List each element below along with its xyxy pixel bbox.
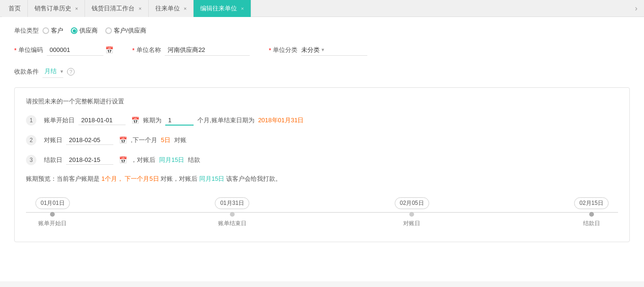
payment-value: 月结: [42, 66, 59, 76]
step-3-cal-icon[interactable]: 📅: [119, 156, 127, 164]
preview-payment: 同月15日: [199, 175, 224, 182]
timeline-nodes: 01月01日 账单开始日 01月31日 账单结束日 02月05日 对账日 02月…: [35, 197, 609, 228]
unit-classify-arrow: ▾: [322, 47, 324, 53]
timeline-node-start: 01月01日 账单开始日: [35, 197, 70, 228]
radio-customer-circle: [42, 27, 49, 34]
unit-code-label: 单位编码: [18, 46, 43, 54]
step-1-label: 账单开始日: [44, 116, 75, 125]
step-3-pre-text: ，对账后: [131, 156, 155, 164]
step-3-num: 3: [26, 155, 36, 165]
main-content: 单位类型 客户 供应商 客户/供应商 * 单位编码 📅 * 单位名称: [0, 17, 644, 281]
unit-type-radio-group: 客户 供应商 客户/供应商: [42, 26, 146, 35]
radio-supplier-circle: [71, 27, 77, 34]
unit-info-row: * 单位编码 📅 * 单位名称 * 单位分类 未分类 ▾: [14, 44, 630, 56]
step-2-content: 对账日 📅 ,下一个月 5日 对账: [44, 135, 186, 145]
tab-home[interactable]: 首页: [2, 0, 28, 17]
step-2-highlight: 5日: [161, 136, 170, 144]
tab-partners[interactable]: 往来单位 ×: [149, 0, 194, 17]
step-3-label: 结款日: [44, 156, 62, 164]
payment-row: 收款条件 月结 ▾ ?: [14, 65, 630, 78]
close-tab-partners[interactable]: ×: [184, 6, 186, 11]
preview-suffix: 该客户会给我打款。: [226, 175, 281, 182]
payment-label: 收款条件: [14, 68, 39, 76]
preview-label: 账期预览：当前客户账期是: [26, 175, 100, 182]
step-2-date-input[interactable]: [66, 135, 113, 145]
unit-name-label: 单位名称: [136, 46, 161, 54]
unit-code-icon[interactable]: 📅: [105, 46, 113, 54]
tab-sales-history[interactable]: 销售订单历史 ×: [28, 0, 85, 17]
step-2-row: 2 对账日 📅 ,下一个月 5日 对账: [26, 135, 618, 145]
preview-reconcile: 下一个月5日: [125, 175, 159, 182]
step-2-label: 对账日: [44, 136, 62, 144]
step-1-period-input[interactable]: [165, 116, 194, 126]
tab-bar: 首页 销售订单历史 × 钱货日清工作台 × 往来单位 × 编辑往来单位 × ›: [0, 0, 644, 17]
unit-type-label: 单位类型: [14, 26, 39, 35]
close-tab-sales[interactable]: ×: [75, 6, 78, 11]
step-1-suffix: 个月,账单结束日期为: [197, 116, 254, 125]
step-1-num: 1: [26, 115, 36, 126]
unit-name-group: * 单位名称: [132, 44, 250, 56]
step-1-mid-text: 账期为: [143, 116, 161, 125]
step-3-highlight: 同月15日: [159, 156, 184, 164]
unit-name-input[interactable]: [165, 44, 250, 56]
panel-title: 请按照未来的一个完整帐期进行设置: [26, 97, 618, 106]
step-2-cal-icon[interactable]: 📅: [119, 136, 127, 144]
unit-classify-label: 单位分类: [273, 46, 297, 54]
step-3-row: 3 结款日 📅 ，对账后 同月15日 结款: [26, 155, 618, 165]
timeline-dot-4: [589, 212, 594, 217]
payment-help-icon[interactable]: ?: [67, 68, 75, 76]
step-1-row: 1 账单开始日 📅 账期为 个月,账单结束日期为 2018年01月31日: [26, 115, 618, 126]
step-2-post-text: 对账: [174, 136, 186, 144]
timeline-badge-1: 01月01日: [35, 197, 70, 209]
unit-type-row: 单位类型 客户 供应商 客户/供应商: [14, 26, 630, 35]
payment-dropdown[interactable]: 月结 ▾: [42, 65, 63, 78]
timeline-sublabel-2: 账单结束日: [218, 219, 246, 228]
step-2-num: 2: [26, 135, 36, 145]
timeline-node-end-bill: 01月31日 账单结束日: [215, 197, 249, 228]
preview-mid: 对账，对账后: [161, 175, 197, 182]
unit-code-input[interactable]: [47, 44, 103, 56]
preview-text: 账期预览：当前客户账期是 1个月， 下一个月5日 对账，对账后 同月15日 该客…: [26, 175, 618, 183]
timeline-sublabel-1: 账单开始日: [38, 219, 67, 228]
step-3-date-input[interactable]: [66, 155, 113, 165]
tab-more-button[interactable]: ›: [630, 4, 642, 13]
step-1-content: 账单开始日 📅 账期为 个月,账单结束日期为 2018年01月31日: [44, 116, 304, 126]
radio-both-circle: [105, 27, 112, 34]
unit-code-group: * 单位编码 📅: [14, 44, 113, 56]
radio-supplier[interactable]: 供应商: [71, 26, 98, 35]
close-tab-edit[interactable]: ×: [241, 6, 244, 11]
timeline-sublabel-3: 对账日: [403, 219, 420, 228]
timeline-dot-2: [230, 212, 235, 217]
radio-both[interactable]: 客户/供应商: [105, 26, 146, 35]
timeline-node-payment: 02月15日 结款日: [574, 197, 609, 228]
step-1-date-input[interactable]: [78, 116, 126, 125]
step-3-content: 结款日 📅 ，对账后 同月15日 结款: [44, 155, 200, 165]
settings-panel: 请按照未来的一个完整帐期进行设置 1 账单开始日 📅 账期为 个月,账单结束日期…: [14, 87, 630, 242]
timeline: 01月01日 账单开始日 01月31日 账单结束日 02月05日 对账日 02月…: [26, 193, 618, 232]
step-3-post-text: 结款: [188, 156, 200, 164]
preview-period: 1个月，: [102, 175, 123, 182]
tab-cashflow[interactable]: 钱货日清工作台 ×: [85, 0, 148, 17]
timeline-badge-2: 01月31日: [215, 197, 249, 209]
step-1-end-date: 2018年01月31日: [258, 116, 304, 125]
step-1-cal-icon[interactable]: 📅: [131, 117, 139, 124]
timeline-dot-3: [409, 212, 414, 217]
unit-classify-group: * 单位分类 未分类 ▾: [269, 45, 367, 56]
unit-classify-dropdown[interactable]: 未分类 ▾: [301, 45, 367, 56]
tab-edit-partner[interactable]: 编辑往来单位 ×: [194, 0, 251, 17]
radio-customer[interactable]: 客户: [42, 26, 63, 35]
timeline-badge-3: 02月05日: [395, 197, 429, 209]
payment-arrow: ▾: [60, 68, 63, 75]
timeline-sublabel-4: 结款日: [583, 219, 600, 228]
close-tab-cashflow[interactable]: ×: [138, 6, 141, 11]
unit-classify-value: 未分类: [301, 46, 320, 54]
timeline-node-reconcile: 02月05日 对账日: [395, 197, 429, 228]
timeline-dot-1: [50, 212, 55, 217]
step-2-pre-text: ,下一个月: [131, 136, 157, 144]
timeline-badge-4: 02月15日: [574, 197, 609, 209]
